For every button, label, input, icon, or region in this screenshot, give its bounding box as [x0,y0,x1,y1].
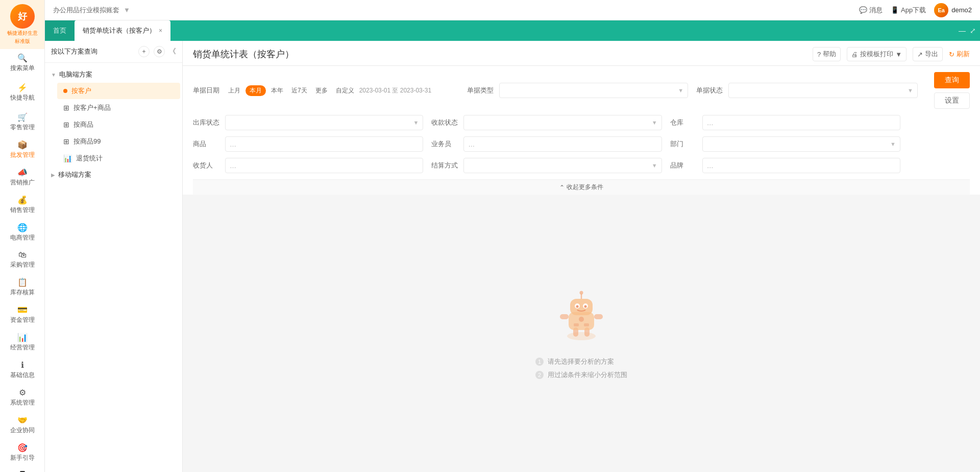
tree-group-desktop-header[interactable]: ▼ 电脑端方案 [45,67,182,82]
tab-home[interactable]: 首页 [45,20,75,41]
svg-point-10 [584,305,587,308]
tab-expand-icon[interactable]: ⤢ [970,27,976,35]
warehouse-input[interactable]: … [702,115,900,130]
tab-close-icon[interactable]: × [159,27,162,34]
date-tab-last-month[interactable]: 上月 [225,85,243,96]
tree-children-desktop: 按客户 ⊞ 按客户+商品 ⊞ 按商品 ⊞ 按商品99 [45,83,182,167]
sidebar-item-quick-nav[interactable]: ⚡ 快捷导航 [0,79,44,106]
date-tab-more[interactable]: 更多 [312,85,331,96]
svg-point-13 [579,317,584,322]
settlement-dropdown-icon: ▼ [652,162,657,169]
avatar: Ea [934,3,948,17]
collapse-filters-button[interactable]: ⌃ 收起更多条件 [193,179,970,195]
sidebar-item-inventory[interactable]: 📋 库存核算 [0,273,44,301]
help-button[interactable]: ? 帮助 [813,47,841,61]
sidebar-item-marketing[interactable]: 📣 营销推广 [0,163,44,191]
consignee-input[interactable]: … [225,158,423,173]
tree-item-return-stats[interactable]: 📊 退货统计 [57,150,180,167]
date-tabs: 上月 本月 本年 近7天 更多 自定义 [225,85,357,96]
quick-nav-icon: ⚡ [17,83,28,92]
svg-point-9 [576,305,579,308]
page-actions: ? 帮助 🖨 按模板打印 ▼ ↗ 导出 ↻ 刷新 [813,47,970,61]
sidebar-item-basic[interactable]: ℹ 基础信息 [0,356,44,384]
date-tab-this-month[interactable]: 本月 [246,85,266,96]
action-buttons: 查询 设置 [934,72,970,109]
right-panel: 销货单统计表（按客户） ? 帮助 🖨 按模板打印 ▼ ↗ 导出 [183,41,980,472]
settings-scheme-button[interactable]: ⚙ [154,46,165,57]
empty-illustration [551,288,612,349]
empty-tips: 1 请先选择要分析的方案 2 用过滤条件来缩小分析范围 [535,357,627,380]
tab-active[interactable]: 销货单统计表（按客户） × [75,20,170,41]
empty-state: 1 请先选择要分析的方案 2 用过滤条件来缩小分析范围 [183,195,980,472]
filter-department-cell: 部门 ▼ [670,136,900,152]
left-panel: 按以下方案查询 + ⚙ 《 ▼ 电脑端方案 [45,41,183,472]
collapse-panel-button[interactable]: 《 [169,47,176,56]
scheme-grid-icon-3: ⊞ [63,137,69,146]
settings-button[interactable]: 设置 [934,92,970,109]
sidebar-item-finance[interactable]: 💳 资金管理 [0,301,44,328]
salesperson-placeholder: … [468,140,657,148]
refresh-icon: ↻ [949,51,954,58]
sidebar-item-newbie[interactable]: 🎯 新手引导 [0,439,44,466]
sidebar-item-ecommerce[interactable]: 🌐 电商管理 [0,219,44,246]
product-input[interactable]: … [225,136,423,152]
date-tab-custom[interactable]: 自定义 [333,85,357,96]
sidebar-item-system[interactable]: ⚙ 系统管理 [0,384,44,411]
left-panel-title: 按以下方案查询 [51,47,97,56]
out-status-input[interactable]: ▼ [225,115,423,130]
collapse-chevron-icon: ⌃ [559,184,565,191]
sidebar-item-retail[interactable]: 🛒 零售管理 [0,108,44,136]
department-input[interactable]: ▼ [702,136,900,152]
message-icon: 💬 [859,6,867,14]
sidebar-item-label: 经营管理 [10,343,35,352]
app-download-button[interactable]: 📱 App下载 [891,6,926,15]
date-tab-7days[interactable]: 近7天 [288,85,310,96]
messages-button[interactable]: 💬 消息 [859,6,883,15]
sidebar-item-operations[interactable]: 📊 经营管理 [0,328,44,356]
sidebar-item-apps[interactable]: 📱 应用中心 [0,466,44,472]
app-logo-icon: 好 [10,4,35,29]
order-type-label: 单据类型 [467,86,495,95]
tab-minimize-icon[interactable]: — [959,27,966,35]
tree-item-by-product[interactable]: ⊞ 按商品 [57,116,180,133]
tip-1-text: 请先选择要分析的方案 [548,357,614,366]
out-status-dropdown-icon: ▼ [413,120,419,126]
tree-item-by-customer[interactable]: 按客户 [57,83,180,99]
purchase-icon: 🛍 [18,250,27,259]
tree-item-by-customer-product[interactable]: ⊞ 按客户+商品 [57,100,180,116]
app-subtitle: 标准版 [15,38,30,45]
receipt-status-input[interactable]: ▼ [463,115,662,130]
date-tab-this-year[interactable]: 本年 [268,85,286,96]
query-button[interactable]: 查询 [934,72,970,88]
filter-row-2: 出库状态 ▼ 收款状态 ▼ 仓库 [193,115,970,130]
filter-warehouse-cell: 仓库 … [670,115,900,130]
receipt-status-label: 收款状态 [431,118,459,127]
sidebar-item-enterprise[interactable]: 🤝 企业协同 [0,411,44,439]
operations-icon: 📊 [17,333,28,342]
tree-group-mobile-header[interactable]: ▶ 移动端方案 [45,167,182,182]
filter-row-4: 收货人 … 结算方式 ▼ 品牌 [193,158,970,173]
export-label: 导出 [925,50,938,59]
add-scheme-button[interactable]: + [138,46,150,57]
export-button[interactable]: ↗ 导出 [913,47,943,61]
basic-icon: ℹ [21,360,24,370]
order-type-input[interactable]: ▼ [499,83,689,98]
tree-item-label: 按商品 [74,120,93,129]
sidebar-item-sales[interactable]: 💰 销售管理 [0,191,44,219]
order-status-input[interactable]: ▼ [728,83,918,98]
filter-salesperson-cell: 业务员 … [431,136,662,152]
tree-item-by-product-99[interactable]: ⊞ 按商品99 [57,133,180,150]
tree-arrow-down-icon: ▼ [51,72,56,78]
sidebar-item-purchase[interactable]: 🛍 采购管理 [0,246,44,273]
filter-row-3: 商品 … 业务员 … 部门 [193,136,970,152]
brand-input[interactable]: … [702,158,900,173]
user-menu[interactable]: Ea demo2 [934,3,972,17]
salesperson-input[interactable]: … [463,136,662,152]
svg-point-0 [567,332,596,340]
sidebar-item-search[interactable]: 🔍 搜索菜单 [0,49,44,77]
refresh-button[interactable]: ↻ 刷新 [949,50,970,59]
print-button[interactable]: 🖨 按模板打印 ▼ [847,47,906,61]
sidebar-item-wholesale[interactable]: 📦 批发管理 [0,136,44,163]
sidebar-item-label: 新手引导 [10,454,35,462]
settlement-input[interactable]: ▼ [463,158,662,173]
